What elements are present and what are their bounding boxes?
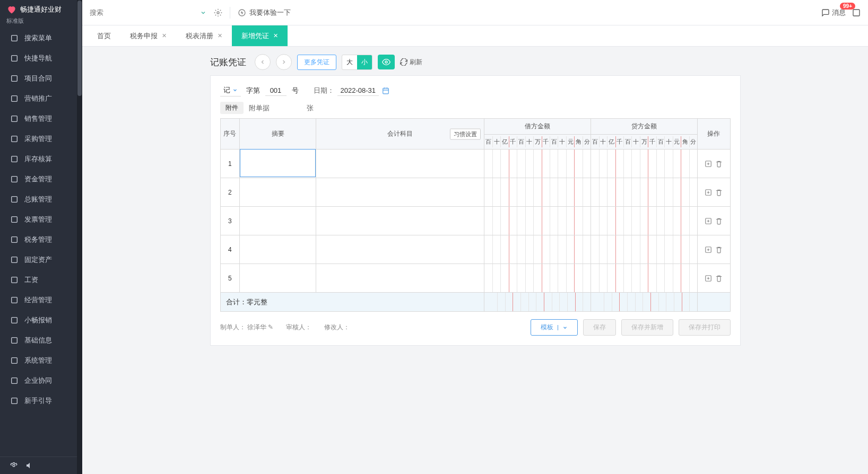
next-voucher-button[interactable] [276,54,292,70]
digit-cell[interactable] [690,178,697,206]
digit-cell[interactable] [607,264,615,292]
sidebar-item-1[interactable]: 快捷导航 [0,48,77,68]
digit-cell[interactable] [666,293,674,311]
digit-cell[interactable] [657,207,665,235]
digit-cell[interactable] [681,235,689,264]
subject-cell[interactable] [316,264,484,293]
edit-maker-icon[interactable]: ✎ [268,323,273,331]
digit-cell[interactable] [591,264,599,292]
digit-cell[interactable] [607,235,615,264]
debit-cell[interactable] [484,235,591,264]
credit-cell[interactable] [591,150,698,178]
digit-cell[interactable] [620,293,628,311]
digit-cell[interactable] [501,207,509,235]
digit-cell[interactable] [583,178,591,206]
digit-cell[interactable] [575,150,583,178]
digit-cell[interactable] [665,235,673,264]
expand-icon[interactable] [852,8,861,17]
digit-cell[interactable] [607,150,615,178]
digit-cell[interactable] [568,293,576,311]
digit-cell[interactable] [517,264,525,292]
digit-cell[interactable] [583,150,591,178]
messages-button[interactable]: 消息 99+ [821,8,846,17]
digit-cell[interactable] [640,207,648,235]
promo-link[interactable]: 我要体验一下 [238,8,291,17]
digit-cell[interactable] [526,150,534,178]
digit-cell[interactable] [690,150,697,178]
digit-cell[interactable] [501,235,509,264]
digit-cell[interactable] [517,207,525,235]
tab-close-icon[interactable]: ✕ [273,32,278,39]
digit-cell[interactable] [657,150,665,178]
sidebar-item-2[interactable]: 项目合同 [0,68,77,89]
sidebar-scrollbar[interactable] [77,0,82,474]
refresh-button[interactable]: 刷新 [400,58,422,67]
habit-settings-button[interactable]: 习惯设置 [450,128,481,139]
digit-cell[interactable] [628,293,636,311]
credit-cell[interactable] [591,178,698,207]
tab-2[interactable]: 税表清册✕ [176,25,232,46]
sidebar-item-12[interactable]: 工资 [0,270,77,290]
digit-cell[interactable] [509,207,517,235]
digit-cell[interactable] [575,207,583,235]
digit-cell[interactable] [690,264,697,292]
digit-cell[interactable] [513,293,521,311]
size-small-option[interactable]: 小 [357,55,372,69]
summary-cell[interactable] [240,178,316,207]
digit-cell[interactable] [632,264,640,292]
digit-cell[interactable] [558,235,566,264]
digit-cell[interactable] [600,264,607,292]
prev-voucher-button[interactable] [255,54,271,70]
digit-cell[interactable] [567,150,575,178]
digit-cell[interactable] [648,207,656,235]
digit-cell[interactable] [501,150,509,178]
digit-cell[interactable] [493,178,501,206]
digit-cell[interactable] [643,293,651,311]
digit-cell[interactable] [509,178,517,206]
digit-cell[interactable] [690,207,697,235]
digit-cell[interactable] [648,264,656,292]
digit-cell[interactable] [673,235,681,264]
digit-cell[interactable] [681,150,689,178]
tab-0[interactable]: 首页 [88,25,120,46]
digit-cell[interactable] [690,293,697,311]
more-vouchers-button[interactable]: 更多凭证 [297,55,336,70]
digit-cell[interactable] [493,207,501,235]
digit-cell[interactable] [640,150,648,178]
digit-cell[interactable] [596,293,604,311]
debit-cell[interactable] [484,207,591,235]
digit-cell[interactable] [550,264,558,292]
digit-cell[interactable] [490,293,498,311]
digit-cell[interactable] [632,150,640,178]
digit-cell[interactable] [509,150,517,178]
preview-button[interactable] [378,55,395,69]
digit-cell[interactable] [484,264,492,292]
digit-cell[interactable] [600,235,607,264]
digit-cell[interactable] [575,235,583,264]
digit-cell[interactable] [560,293,568,311]
add-row-icon[interactable] [705,275,712,282]
settings-icon[interactable] [10,461,18,470]
digit-cell[interactable] [534,150,542,178]
digit-cell[interactable] [665,207,673,235]
subject-cell[interactable] [316,150,484,178]
delete-row-icon[interactable] [715,246,723,253]
digit-cell[interactable] [640,264,648,292]
digit-cell[interactable] [591,235,599,264]
sidebar-item-8[interactable]: 总账管理 [0,189,77,209]
digit-cell[interactable] [575,178,583,206]
digit-cell[interactable] [501,178,509,206]
template-dropdown-icon[interactable] [558,325,568,330]
tab-close-icon[interactable]: ✕ [218,32,222,39]
digit-cell[interactable] [484,178,492,206]
summary-cell[interactable] [240,207,316,235]
digit-cell[interactable] [542,264,550,292]
digit-cell[interactable] [534,207,542,235]
digit-cell[interactable] [604,293,612,311]
digit-cell[interactable] [681,264,689,292]
sidebar-item-11[interactable]: 固定资产 [0,250,77,270]
digit-cell[interactable] [567,264,575,292]
voucher-type-select[interactable]: 记 [220,84,241,96]
delete-row-icon[interactable] [715,275,723,282]
digit-cell[interactable] [591,150,599,178]
